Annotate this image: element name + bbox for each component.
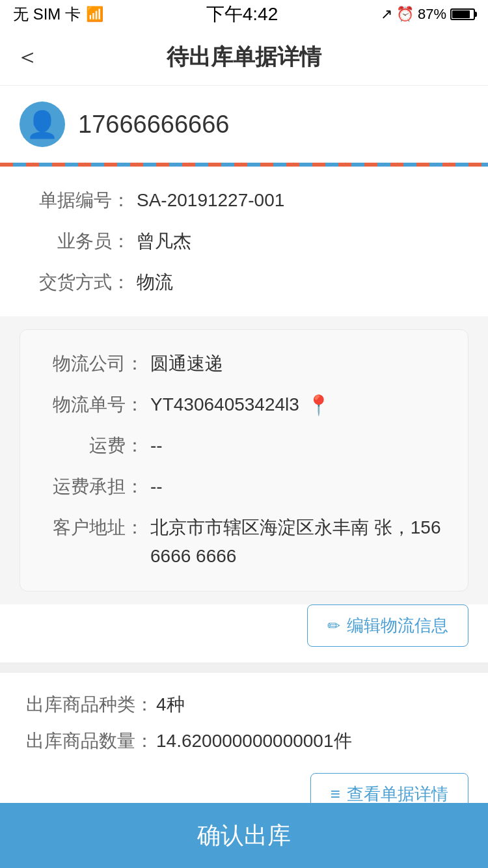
avatar-icon: 👤 <box>26 109 59 140</box>
delivery-method-label: 交货方式： <box>26 268 130 297</box>
tracking-number-value: YT43064053424l3 <box>150 390 299 420</box>
freight-bearer-row: 运费承担： -- <box>40 472 448 502</box>
carrier-label: 无 SIM 卡 <box>13 4 81 25</box>
freight-bearer-label: 运费承担： <box>40 472 144 502</box>
sales-person-label: 业务员： <box>26 227 130 256</box>
view-detail-icon: ≡ <box>331 784 340 804</box>
tracking-number-row: 物流单号： YT43064053424l3 📍 <box>40 390 448 420</box>
edit-logistics-button[interactable]: ✏ 编辑物流信息 <box>307 604 468 647</box>
confirm-outbound-button[interactable]: 确认出库 <box>0 803 488 868</box>
goods-types-value: 4种 <box>156 692 462 717</box>
battery-percent: 87% <box>418 6 446 23</box>
goods-types-row: 出库商品种类： 4种 <box>26 692 462 717</box>
customer-header: 👤 17666666666 <box>0 86 488 163</box>
freight-value: -- <box>144 431 448 461</box>
address-label: 客户地址： <box>40 513 144 543</box>
goods-quantity-value: 14.620000000000001件 <box>156 729 462 753</box>
freight-row: 运费： -- <box>40 431 448 461</box>
delivery-method-row: 交货方式： 物流 <box>26 268 462 297</box>
freight-bearer-value: -- <box>144 472 448 502</box>
back-button[interactable]: ＜ <box>16 41 39 73</box>
edit-btn-label: 编辑物流信息 <box>347 614 448 637</box>
edit-btn-area: ✏ 编辑物流信息 <box>0 604 488 662</box>
bottom-area: 确认出库 <box>0 803 488 868</box>
confirm-btn-label: 确认出库 <box>197 820 291 852</box>
sales-person-row: 业务员： 曾凡杰 <box>26 227 462 256</box>
goods-quantity-label: 出库商品数量： <box>26 729 156 753</box>
address-value: 北京市市辖区海淀区永丰南 张，156 6666 6666 <box>144 513 448 572</box>
goods-types-label: 出库商品种类： <box>26 692 156 717</box>
delivery-method-value: 物流 <box>130 268 462 297</box>
sales-person-value: 曾凡杰 <box>130 227 462 256</box>
location-status-icon: ↗ <box>381 6 392 23</box>
order-info-section: 单据编号： SA-20191227-001 业务员： 曾凡杰 交货方式： 物流 <box>0 167 488 316</box>
status-right: ↗ ⏰ 87% <box>381 6 475 23</box>
freight-label: 运费： <box>40 431 144 461</box>
tracking-number-label: 物流单号： <box>40 390 144 420</box>
logistics-company-value: 圆通速递 <box>144 349 448 379</box>
goods-section: 出库商品种类： 4种 出库商品数量： 14.620000000000001件 <box>0 673 488 773</box>
battery-icon <box>450 8 475 20</box>
map-location-icon[interactable]: 📍 <box>307 394 331 417</box>
document-number-value: SA-20191227-001 <box>130 186 462 215</box>
document-number-label: 单据编号： <box>26 186 130 215</box>
goods-quantity-row: 出库商品数量： 14.620000000000001件 <box>26 729 462 753</box>
view-detail-label: 查看单据详情 <box>347 783 448 806</box>
logistics-company-label: 物流公司： <box>40 349 144 379</box>
tracking-number-container: YT43064053424l3 📍 <box>144 390 448 420</box>
document-number-row: 单据编号： SA-20191227-001 <box>26 186 462 215</box>
battery-fill <box>452 10 470 18</box>
avatar: 👤 <box>20 102 65 147</box>
status-bar: 无 SIM 卡 📶 下午4:42 ↗ ⏰ 87% <box>0 0 488 29</box>
edit-icon: ✏ <box>327 617 340 635</box>
wifi-icon: 📶 <box>86 6 103 23</box>
status-time: 下午4:42 <box>206 2 278 27</box>
logistics-card: 物流公司： 圆通速递 物流单号： YT43064053424l3 📍 运费： -… <box>20 329 468 591</box>
section-divider <box>0 662 488 673</box>
nav-bar: ＜ 待出库单据详情 <box>0 29 488 86</box>
customer-phone: 17666666666 <box>78 111 229 139</box>
logistics-company-row: 物流公司： 圆通速递 <box>40 349 448 379</box>
page-title: 待出库单据详情 <box>167 42 321 72</box>
alarm-icon: ⏰ <box>396 6 414 23</box>
address-row: 客户地址： 北京市市辖区海淀区永丰南 张，156 6666 6666 <box>40 513 448 572</box>
status-left: 无 SIM 卡 📶 <box>13 4 103 25</box>
